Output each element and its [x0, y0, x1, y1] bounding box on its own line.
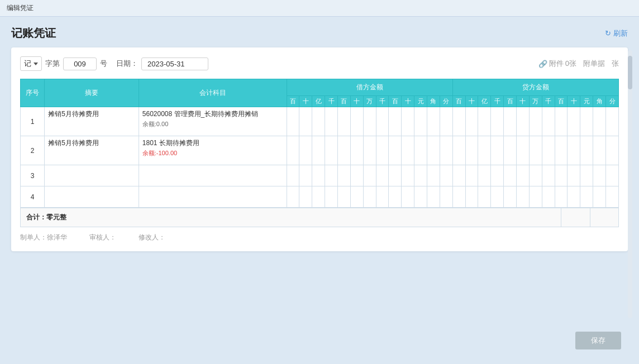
credit-cell-r1-c4[interactable]: [504, 136, 517, 165]
debit-cell-r2-c11[interactable]: [427, 165, 440, 186]
debit-cell-r2-c4[interactable]: [337, 165, 350, 186]
credit-cell-r2-c11[interactable]: [593, 165, 606, 186]
debit-cell-r3-c12[interactable]: [440, 186, 452, 208]
debit-cell-r3-c10[interactable]: [414, 186, 427, 208]
debit-cell-r3-c2[interactable]: [312, 186, 325, 208]
row-account-3[interactable]: [139, 186, 287, 208]
credit-cell-r3-c10[interactable]: [580, 186, 593, 208]
debit-cell-r2-c5[interactable]: [350, 165, 363, 186]
debit-cell-r1-c0[interactable]: [287, 136, 299, 165]
credit-cell-r0-c5[interactable]: [516, 107, 529, 136]
debit-cell-r3-c1[interactable]: [299, 186, 312, 208]
credit-cell-r0-c0[interactable]: [452, 107, 465, 136]
debit-cell-r0-c2[interactable]: [312, 107, 325, 136]
debit-cell-r1-c2[interactable]: [312, 136, 325, 165]
credit-cell-r0-c10[interactable]: [580, 107, 593, 136]
row-summary-3[interactable]: [45, 186, 139, 208]
debit-cell-r0-c0[interactable]: [287, 107, 299, 136]
credit-cell-r1-c10[interactable]: [580, 136, 593, 165]
date-input[interactable]: [141, 58, 208, 70]
debit-cell-r3-c0[interactable]: [287, 186, 299, 208]
credit-cell-r3-c12[interactable]: [606, 186, 619, 208]
credit-cell-r3-c0[interactable]: [452, 186, 465, 208]
credit-cell-r0-c2[interactable]: [478, 107, 491, 136]
credit-cell-r2-c7[interactable]: [542, 165, 555, 186]
debit-cell-r0-c3[interactable]: [325, 107, 338, 136]
credit-cell-r1-c3[interactable]: [491, 136, 504, 165]
debit-cell-r3-c3[interactable]: [325, 186, 338, 208]
credit-cell-r1-c2[interactable]: [478, 136, 491, 165]
credit-cell-r2-c6[interactable]: [529, 165, 542, 186]
debit-cell-r3-c9[interactable]: [402, 186, 414, 208]
save-button[interactable]: 保存: [575, 332, 621, 349]
debit-cell-r3-c7[interactable]: [376, 186, 389, 208]
debit-cell-r3-c5[interactable]: [350, 186, 363, 208]
type-select[interactable]: 记: [20, 56, 42, 71]
credit-cell-r0-c1[interactable]: [465, 107, 478, 136]
credit-cell-r0-c9[interactable]: [568, 107, 580, 136]
debit-cell-r3-c11[interactable]: [427, 186, 440, 208]
credit-cell-r3-c11[interactable]: [593, 186, 606, 208]
credit-cell-r0-c4[interactable]: [504, 107, 517, 136]
credit-cell-r0-c11[interactable]: [593, 107, 606, 136]
debit-cell-r0-c7[interactable]: [376, 107, 389, 136]
credit-cell-r2-c1[interactable]: [465, 165, 478, 186]
debit-cell-r2-c2[interactable]: [312, 165, 325, 186]
debit-cell-r3-c4[interactable]: [337, 186, 350, 208]
debit-cell-r2-c0[interactable]: [287, 165, 299, 186]
debit-cell-r1-c3[interactable]: [325, 136, 338, 165]
attachment-single-link[interactable]: 附单据: [583, 59, 605, 69]
debit-cell-r0-c8[interactable]: [389, 107, 402, 136]
row-summary-0[interactable]: 摊销5月待摊费用: [45, 107, 139, 136]
credit-cell-r0-c8[interactable]: [555, 107, 568, 136]
debit-cell-r2-c3[interactable]: [325, 165, 338, 186]
credit-cell-r1-c11[interactable]: [593, 136, 606, 165]
debit-cell-r0-c10[interactable]: [414, 107, 427, 136]
credit-cell-r1-c1[interactable]: [465, 136, 478, 165]
credit-cell-r3-c8[interactable]: [555, 186, 568, 208]
row-summary-1[interactable]: 摊销5月待摊费用: [45, 136, 139, 165]
debit-cell-r1-c4[interactable]: [337, 136, 350, 165]
debit-cell-r1-c12[interactable]: [440, 136, 452, 165]
credit-cell-r3-c2[interactable]: [478, 186, 491, 208]
debit-cell-r2-c12[interactable]: [440, 165, 452, 186]
credit-cell-r2-c12[interactable]: [606, 165, 619, 186]
debit-cell-r2-c1[interactable]: [299, 165, 312, 186]
credit-cell-r1-c8[interactable]: [555, 136, 568, 165]
credit-cell-r1-c12[interactable]: [606, 136, 619, 165]
debit-cell-r1-c7[interactable]: [376, 136, 389, 165]
credit-cell-r2-c4[interactable]: [504, 165, 517, 186]
credit-cell-r2-c0[interactable]: [452, 165, 465, 186]
debit-cell-r3-c8[interactable]: [389, 186, 402, 208]
attachment-link[interactable]: 🔗 附件 0张: [538, 59, 576, 69]
debit-cell-r2-c10[interactable]: [414, 165, 427, 186]
row-account-0[interactable]: 56020008 管理费用_长期待摊费用摊销余额:0.00: [139, 107, 287, 136]
voucher-number-input[interactable]: [63, 58, 97, 70]
credit-cell-r1-c7[interactable]: [542, 136, 555, 165]
credit-cell-r0-c7[interactable]: [542, 107, 555, 136]
credit-cell-r2-c10[interactable]: [580, 165, 593, 186]
debit-cell-r0-c11[interactable]: [427, 107, 440, 136]
debit-cell-r0-c1[interactable]: [299, 107, 312, 136]
debit-cell-r1-c1[interactable]: [299, 136, 312, 165]
credit-cell-r1-c9[interactable]: [568, 136, 580, 165]
credit-cell-r3-c9[interactable]: [568, 186, 580, 208]
row-account-2[interactable]: [139, 165, 287, 186]
debit-cell-r1-c6[interactable]: [363, 136, 376, 165]
credit-cell-r3-c1[interactable]: [465, 186, 478, 208]
debit-cell-r1-c11[interactable]: [427, 136, 440, 165]
credit-cell-r2-c9[interactable]: [568, 165, 580, 186]
debit-cell-r2-c7[interactable]: [376, 165, 389, 186]
credit-cell-r3-c6[interactable]: [529, 186, 542, 208]
debit-cell-r2-c8[interactable]: [389, 165, 402, 186]
debit-cell-r0-c12[interactable]: [440, 107, 452, 136]
credit-cell-r3-c5[interactable]: [516, 186, 529, 208]
scrollbar[interactable]: [628, 50, 632, 318]
debit-cell-r0-c6[interactable]: [363, 107, 376, 136]
debit-cell-r0-c9[interactable]: [402, 107, 414, 136]
credit-cell-r1-c0[interactable]: [452, 136, 465, 165]
debit-cell-r0-c4[interactable]: [337, 107, 350, 136]
debit-cell-r2-c6[interactable]: [363, 165, 376, 186]
debit-cell-r0-c5[interactable]: [350, 107, 363, 136]
refresh-button[interactable]: ↻ 刷新: [605, 28, 628, 39]
